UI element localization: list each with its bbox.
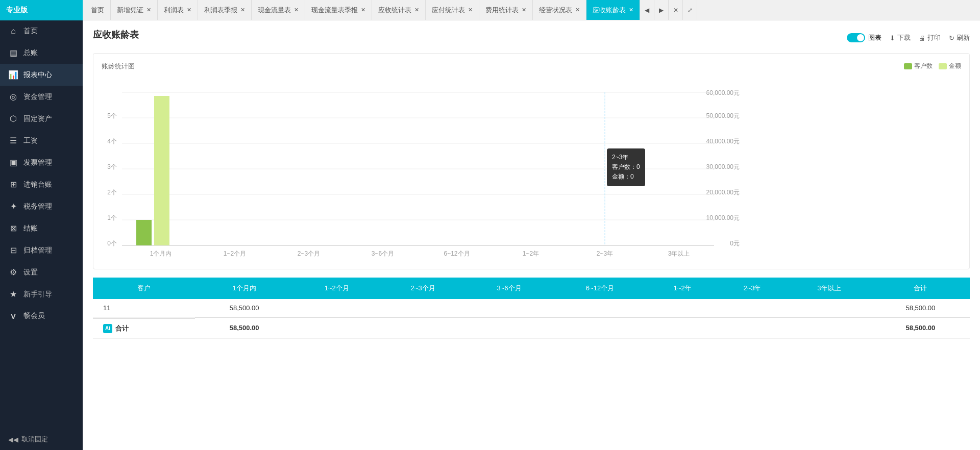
cell-m5-0	[552, 299, 648, 317]
total-m4	[466, 317, 552, 338]
sidebar-item-ledger[interactable]: ▤ 总账	[0, 42, 83, 64]
total-m2	[293, 317, 380, 338]
tab-ap-stats-close[interactable]: ✕	[468, 7, 473, 13]
col-m2: 1~2个月	[293, 278, 380, 299]
svg-text:3个: 3个	[107, 163, 117, 170]
sidebar-item-reports[interactable]: 📊 报表中心	[0, 64, 83, 86]
tab-cashflow[interactable]: 现金流量表 ✕	[252, 0, 305, 20]
tab-ar-aging-close[interactable]: ✕	[629, 7, 633, 13]
tab-expand-btn[interactable]: ⤢	[683, 0, 697, 20]
cell-m4-0	[466, 299, 552, 317]
tab-cashflow-q-close[interactable]: ✕	[361, 7, 365, 13]
sidebar-item-payroll[interactable]: ☰ 工资	[0, 130, 83, 152]
legend-amount-color	[939, 63, 947, 69]
page-content: 应收账龄表 图表 ⬇ 下载 🖨 打印 ↻ 刷新	[83, 20, 980, 450]
tab-cashflow-q[interactable]: 现金流量表季报 ✕	[305, 0, 372, 20]
tab-ar-aging[interactable]: 应收账龄表 ✕	[586, 0, 640, 20]
svg-text:40,000.00元: 40,000.00元	[706, 138, 740, 145]
sidebar-item-assets[interactable]: ⬡ 固定资产	[0, 108, 83, 130]
tab-cashflow-q-label: 现金流量表季报	[311, 6, 358, 15]
pin-toggle[interactable]: ◀◀ 取消固定	[0, 429, 83, 450]
sidebar-item-settings[interactable]: ⚙ 设置	[0, 261, 83, 283]
table-header-row: 客户 1个月内 1~2个月 2~3个月 3~6个月 6~12	[93, 278, 970, 299]
print-btn[interactable]: 🖨 打印	[919, 33, 941, 42]
svg-text:10,000.00元: 10,000.00元	[706, 214, 740, 221]
pin-label: 取消固定	[21, 435, 48, 444]
tab-profit-close[interactable]: ✕	[187, 7, 191, 13]
chart-toggle-label: 图表	[868, 33, 881, 42]
star-icon: ★	[8, 289, 18, 299]
sidebar-item-home[interactable]: ⌂ 首页	[0, 20, 83, 42]
tab-ap-stats-label: 应付统计表	[432, 6, 465, 15]
sidebar-item-label: 结账	[23, 224, 38, 233]
table-row: 11 58,500.00 58,500.00	[93, 299, 970, 317]
download-icon: ⬇	[890, 34, 895, 42]
tab-ar-aging-label: 应收账龄表	[593, 6, 626, 15]
col-m3: 2~3个月	[380, 278, 466, 299]
sidebar-item-inventory[interactable]: ⊞ 进销台账	[0, 173, 83, 195]
ledger-icon: ▤	[8, 48, 18, 58]
svg-text:0个: 0个	[107, 240, 117, 247]
col-m4: 3~6个月	[466, 278, 552, 299]
tab-home[interactable]: 首页	[85, 0, 111, 20]
chart-svg-wrapper: 0个 1个 2个 3个 4个 5个 0元 10,000.00元 20,000.0…	[102, 77, 961, 261]
print-icon: 🖨	[919, 34, 925, 42]
tab-voucher[interactable]: 新增凭证 ✕	[111, 0, 158, 20]
chart-legend: 客户数 金额	[904, 62, 961, 70]
sidebar-item-tax[interactable]: ✦ 税务管理	[0, 195, 83, 217]
reports-icon: 📊	[8, 70, 18, 80]
invoices-icon: ▣	[8, 158, 18, 167]
sidebar-item-label: 资金管理	[23, 92, 52, 102]
tab-voucher-label: 新增凭证	[117, 6, 143, 15]
sidebar-item-label: 固定资产	[23, 114, 52, 123]
sidebar-item-funds[interactable]: ◎ 资金管理	[0, 86, 83, 108]
svg-text:2个: 2个	[107, 189, 117, 196]
cell-m3-0	[380, 299, 466, 317]
svg-text:1个: 1个	[107, 214, 117, 221]
refresh-btn[interactable]: ↻ 刷新	[949, 33, 970, 42]
col-m8: 3年以上	[787, 278, 871, 299]
refresh-label: 刷新	[957, 33, 970, 42]
tab-voucher-close[interactable]: ✕	[146, 7, 151, 13]
sidebar-item-label: 归档管理	[23, 246, 52, 255]
sidebar-item-label: 首页	[23, 27, 38, 36]
tab-cashflow-close[interactable]: ✕	[294, 7, 299, 13]
tab-close-all-btn[interactable]: ✕	[669, 0, 683, 20]
cell-m2-0	[293, 299, 380, 317]
svg-text:0元: 0元	[730, 240, 740, 247]
sidebar-item-archive[interactable]: ⊟ 归档管理	[0, 239, 83, 261]
tab-operations[interactable]: 经营状况表 ✕	[533, 0, 586, 20]
tab-ap-stats[interactable]: 应付统计表 ✕	[426, 0, 479, 20]
chart-toggle[interactable]: 图表	[847, 33, 881, 42]
sidebar-item-label: 进销台账	[23, 180, 52, 189]
legend-customers-color	[904, 63, 912, 69]
legend-customers-label: 客户数	[914, 62, 933, 70]
tab-expense[interactable]: 费用统计表 ✕	[479, 0, 533, 20]
close-accounts-icon: ⊠	[8, 223, 18, 233]
sidebar-item-vip[interactable]: V 畅会员	[0, 305, 83, 327]
svg-text:5个: 5个	[107, 112, 117, 119]
payroll-icon: ☰	[8, 136, 18, 145]
tab-profit[interactable]: 利润表 ✕	[158, 0, 198, 20]
sidebar-item-close[interactable]: ⊠ 结账	[0, 217, 83, 239]
page-title: 应收账龄表	[93, 29, 139, 41]
tab-profit-q-close[interactable]: ✕	[240, 7, 245, 13]
bar-amount-0[interactable]	[154, 96, 169, 245]
download-btn[interactable]: ⬇ 下载	[890, 33, 911, 42]
tab-ar-stats[interactable]: 应收统计表 ✕	[372, 0, 426, 20]
toggle-track[interactable]	[847, 33, 865, 42]
tab-home-label: 首页	[91, 6, 104, 15]
total-m5	[552, 317, 648, 338]
sidebar-item-guide[interactable]: ★ 新手引导	[0, 283, 83, 305]
tab-operations-close[interactable]: ✕	[575, 7, 580, 13]
total-m6	[648, 317, 718, 338]
tab-next-btn[interactable]: ▶	[654, 0, 669, 20]
tab-profit-q[interactable]: 利润表季报 ✕	[198, 0, 252, 20]
sidebar-item-invoices[interactable]: ▣ 发票管理	[0, 152, 83, 173]
svg-text:4个: 4个	[107, 138, 117, 145]
tab-prev-btn[interactable]: ◀	[640, 0, 654, 20]
tab-ar-stats-close[interactable]: ✕	[414, 7, 419, 13]
total-m7	[718, 317, 788, 338]
bar-customers-0[interactable]	[136, 220, 152, 245]
tab-expense-close[interactable]: ✕	[522, 7, 526, 13]
